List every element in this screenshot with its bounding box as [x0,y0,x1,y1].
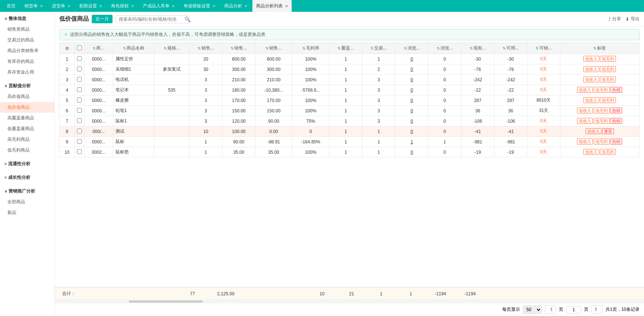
sidebar-item-low-coverage[interactable]: 低覆盖量商品 [0,123,54,134]
first-page-btn[interactable]: 《 [545,305,556,314]
col-tags[interactable]: ⇅标签 [560,43,639,54]
col-available[interactable]: ⇅可用... [494,43,527,54]
nav-close-template[interactable]: ✕ [212,4,215,8]
nav-role[interactable]: 角色授权 ✕ [107,0,138,12]
nav-close-analysis[interactable]: ✕ [244,4,247,8]
sidebar-group-liquidity[interactable]: > 流通性分析 [0,159,54,169]
sidebar-item-new-goods[interactable]: 新品 [0,207,54,218]
nav-sales[interactable]: 销货单 ✕ [21,0,47,12]
row-checkbox-cell[interactable] [75,106,84,116]
row-checkbox[interactable] [77,56,82,61]
row-coverage: 1 [329,116,362,126]
search-icon[interactable]: 🔍 [184,16,191,22]
page-size-select[interactable]: 50 10 20 100 [523,306,542,314]
nav-home[interactable]: 首页 [3,0,19,12]
select-all-checkbox[interactable] [77,45,82,50]
row-checkbox-cell[interactable] [75,64,84,75]
col-code[interactable]: ⇅商... [84,43,113,54]
col-checkbox[interactable] [75,43,84,54]
arrow-growth: > [4,176,7,180]
row-checkbox[interactable] [77,98,82,102]
nav-analysis-list[interactable]: 商品分析列表 ✕ [252,0,292,12]
search-input[interactable] [115,15,189,23]
col-avg[interactable]: ⇅销售... [255,43,292,54]
col-current[interactable]: ⇅现有... [461,43,494,54]
row-checkbox[interactable] [77,108,82,113]
col-trade[interactable]: ⇅交易... [362,43,395,54]
col-coverage[interactable]: ⇅覆盖... [329,43,362,54]
row-checkbox-cell[interactable] [75,116,84,126]
row-checkbox[interactable] [77,129,82,133]
row-checkbox-cell[interactable] [75,54,84,64]
table-container[interactable]: ⚙ ⇅商... ⇅商品名称 ⇅规格... ⇅销售... ⇅销售... ⇅销售..… [55,43,644,287]
row-checkbox-cell[interactable] [75,75,84,85]
nav-permission[interactable]: 权限设置 ✕ [76,0,106,12]
period-button[interactable]: 近一月 [92,15,113,23]
nav-close-inbound[interactable]: ✕ [172,4,175,8]
browse-link[interactable]: 1 [410,139,413,145]
nav-close-permission[interactable]: ✕ [99,4,102,8]
nav-purchase[interactable]: 进货单 ✕ [48,0,74,12]
browse-link[interactable]: 0 [410,108,413,113]
sidebar-item-stock-capital[interactable]: 库存资金占用 [0,67,54,78]
row-checkbox-cell[interactable] [75,147,84,157]
sidebar-item-traded-goods[interactable]: 交易过的商品 [0,35,54,45]
page-input[interactable] [566,306,581,313]
info-icon: ✧ [64,32,68,37]
sidebar-item-high-margin[interactable]: 高毛利商品 [0,134,54,145]
browse-link[interactable]: 0 [410,77,413,82]
nav-close-role[interactable]: ✕ [131,4,134,8]
row-margin: -164.85% [292,137,329,147]
row-checkbox[interactable] [77,149,82,154]
sidebar-item-high-coverage[interactable]: 高覆盖量商品 [0,113,54,123]
sidebar-item-sales-goods[interactable]: 销售类商品 [0,24,54,35]
sidebar-group-contribution[interactable]: ∨ 贡献值分析 [0,81,54,91]
sidebar-item-category-rate[interactable]: 商品分类销售率 [0,45,54,56]
row-checkbox-cell[interactable] [75,85,84,95]
row-checkbox-cell[interactable] [75,95,84,106]
col-browse1[interactable]: ⇅浏览... [395,43,428,54]
browse-link[interactable]: 0 [410,150,413,155]
col-browse2[interactable]: ⇅浏览... [428,43,461,54]
row-checkbox[interactable] [77,118,82,123]
browse-link[interactable]: 0 [410,57,413,62]
sidebar-group-marketing[interactable]: ∨ 营销推广分析 [0,186,54,197]
sidebar-item-stock-goods[interactable]: 有库存的商品 [0,56,54,67]
row-checkbox-cell[interactable] [75,126,84,137]
last-page-btn[interactable]: 》 [591,305,603,314]
nav-analysis[interactable]: 商品分析 ✕ [221,0,251,12]
row-checkbox[interactable] [77,87,82,92]
sidebar-group-overall[interactable]: ∨ 整体信息 [0,13,54,24]
row-checkbox[interactable] [77,77,82,82]
browse-link[interactable]: 0 [410,67,413,72]
col-sellable[interactable]: ⇅可销... [527,43,560,54]
row-qty: 3 [189,106,222,116]
sidebar-item-low-margin[interactable]: 低毛利商品 [0,145,54,156]
scrollbar-area[interactable] [55,300,644,303]
nav-inbound[interactable]: 产成品入库单 ✕ [139,0,178,12]
col-spec[interactable]: ⇅规格... [154,43,189,54]
sidebar-group-growth[interactable]: > 成长性分析 [0,172,54,183]
browse-link[interactable]: 0 [410,98,413,103]
row-checkbox[interactable] [77,139,82,144]
share-button[interactable]: ⤴ 分享 [608,16,621,22]
browse-link[interactable]: 0 [410,119,413,124]
nav-template[interactable]: 单据模板设置 ✕ [180,0,219,12]
nav-close-sales[interactable]: ✕ [40,4,43,8]
row-checkbox-cell[interactable] [75,137,84,147]
export-button[interactable]: ⬇ 导出 [625,16,640,22]
col-margin[interactable]: ⇅毛利率 [292,43,329,54]
browse-link[interactable]: 0 [410,129,413,134]
sidebar-item-low-value[interactable]: 低价值商品 [0,102,54,113]
row-checkbox[interactable] [77,67,82,71]
col-qty[interactable]: ⇅销售... [189,43,222,54]
col-name[interactable]: ⇅商品名称 [113,43,154,54]
scrollbar-thumb[interactable] [129,300,203,303]
browse-link[interactable]: 0 [410,88,413,93]
col-settings[interactable]: ⚙ [60,43,75,54]
nav-close-purchase[interactable]: ✕ [67,4,70,8]
sidebar-item-all-goods[interactable]: 全部商品 [0,197,54,207]
col-amount[interactable]: ⇅销售... [222,43,255,54]
nav-close-analysis-list[interactable]: ✕ [285,4,288,8]
sidebar-item-high-value[interactable]: 高价值商品 [0,91,54,102]
